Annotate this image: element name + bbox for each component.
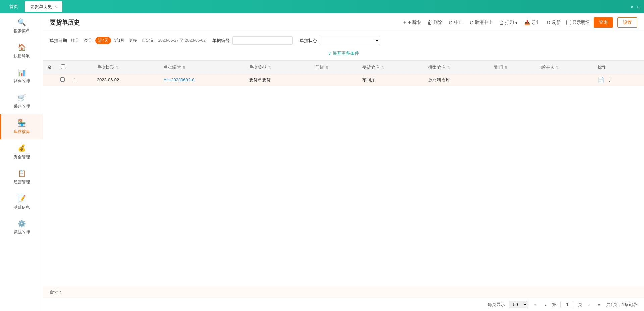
select-all-checkbox[interactable]	[61, 64, 65, 69]
col-checkbox	[56, 61, 70, 74]
row-more-button[interactable]: ⋮	[607, 77, 612, 83]
handler-sort-icon[interactable]: ⇅	[556, 65, 559, 69]
finance-icon: 💰	[18, 144, 26, 152]
sidebar-item-sales-label: 销售管理	[14, 79, 30, 84]
shortcut-yesterday[interactable]: 昨天	[70, 37, 80, 44]
expand-button[interactable]: ∨ 展开更多条件	[328, 50, 359, 56]
row-pendingwh-cell: 原材料仓库	[424, 74, 490, 86]
query-button[interactable]: 查询	[594, 17, 613, 28]
cancel-suspend-label: 取消中止	[475, 19, 492, 26]
refresh-label: 刷新	[552, 19, 561, 26]
table-area: ⚙ 单据日期 ⇅ 单据编号 ⇅	[43, 61, 644, 286]
tab-home[interactable]: 首页	[4, 1, 23, 12]
sidebar-item-basicinfo[interactable]: 📝 基础信息	[0, 190, 43, 215]
col-action: 操作	[594, 61, 644, 74]
sidebar-item-operations[interactable]: 📋 经营管理	[0, 165, 43, 190]
row-date-cell: 2023-06-02	[93, 74, 160, 86]
row-view-button[interactable]: 📄	[598, 77, 604, 83]
row-reqwh-cell: 车间库	[358, 74, 424, 86]
shortcut-1month[interactable]: 近1月	[113, 37, 126, 44]
row-checkbox[interactable]	[60, 77, 65, 82]
sidebar-item-purchase[interactable]: 🛒 采购管理	[0, 89, 43, 114]
sidebar-item-basicinfo-label: 基础信息	[14, 205, 30, 210]
shortcut-7days[interactable]: 近7天	[95, 37, 111, 44]
date-sort-icon[interactable]: ⇅	[116, 65, 119, 69]
print-label: 打印	[505, 19, 514, 26]
tab-active-label: 要货单历史	[30, 4, 52, 10]
export-label: 导出	[531, 19, 540, 26]
col-doctype: 单据类型 ⇅	[245, 61, 311, 74]
last-page-button[interactable]: »	[596, 301, 602, 308]
next-page-button[interactable]: ›	[586, 301, 592, 308]
sidebar-item-finance-label: 资金管理	[14, 154, 30, 160]
sidebar-item-search[interactable]: 🔍 搜索菜单	[0, 13, 43, 39]
first-page-button[interactable]: «	[532, 301, 538, 308]
page-title: 要货单历史	[50, 18, 80, 27]
delete-button[interactable]: 🗑 删除	[426, 19, 443, 26]
shortcut-more[interactable]: 更多	[128, 37, 139, 44]
close-tab-icon[interactable]: ×	[55, 4, 57, 9]
window-max-icon[interactable]: □	[637, 4, 640, 9]
row-store-cell	[311, 74, 358, 86]
expand-label: 展开更多条件	[333, 50, 359, 56]
setting-button[interactable]: 设置	[617, 17, 637, 28]
refresh-button[interactable]: ↺ 刷新	[545, 19, 562, 26]
status-select[interactable]	[320, 36, 380, 45]
store-sort-icon[interactable]: ⇅	[326, 65, 328, 69]
docno-sort-icon[interactable]: ⇅	[183, 65, 185, 69]
data-table: ⚙ 单据日期 ⇅ 单据编号 ⇅	[43, 61, 644, 86]
purchase-icon: 🛒	[18, 94, 26, 102]
row-docno-link[interactable]: YH-20230602-0	[164, 77, 195, 82]
sidebar-item-quicknav[interactable]: 🏠 快捷导航	[0, 39, 43, 64]
row-handler-cell	[537, 74, 594, 86]
tab-active[interactable]: 要货单历史 ×	[25, 1, 62, 12]
filter-row-2: ∨ 展开更多条件	[50, 48, 637, 56]
content-area: 要货单历史 ＋ + 新增 🗑 删除 ⊘ 中止 ⊘ 取消中止	[43, 13, 644, 311]
sidebar-item-inventory[interactable]: 🏪 库存核算	[0, 114, 43, 139]
col-docno: 单据编号 ⇅	[160, 61, 245, 74]
pendingwh-sort-icon[interactable]: ⇅	[447, 65, 450, 69]
row-action-cell: 📄 ⋮	[594, 74, 644, 86]
show-detail-checkbox[interactable]	[566, 20, 571, 25]
row-num-cell: 1	[70, 74, 93, 86]
sidebar: 🔍 搜索菜单 🏠 快捷导航 📊 销售管理 🛒 采购管理 🏪 库存核算 💰 资金管…	[0, 13, 43, 311]
export-icon: 📤	[524, 20, 530, 25]
suspend-button[interactable]: ⊘ 中止	[447, 19, 464, 26]
prev-page-button[interactable]: ‹	[543, 301, 548, 308]
row-docno-cell: YH-20230602-0	[160, 74, 245, 86]
dept-sort-icon[interactable]: ⇅	[505, 65, 507, 69]
col-handler-label: 经手人	[541, 64, 554, 70]
page-number-input[interactable]	[560, 301, 574, 308]
sidebar-item-purchase-label: 采购管理	[14, 104, 30, 109]
new-button[interactable]: ＋ + 新增	[401, 19, 422, 26]
filter-area: 单据日期 昨天 今天 近7天 近1月 更多 自定义 2023-05-27 至 2…	[43, 32, 644, 61]
refresh-icon: ↺	[547, 20, 551, 25]
sidebar-item-finance[interactable]: 💰 资金管理	[0, 139, 43, 165]
shortcut-today[interactable]: 今天	[83, 37, 93, 44]
status-label: 单据状态	[300, 38, 317, 44]
col-store: 门店 ⇅	[311, 61, 358, 74]
sales-icon: 📊	[18, 69, 26, 77]
table-row: 1 2023-06-02 YH-20230602-0 要货单要货 车间库 原材料…	[43, 74, 644, 86]
basicinfo-icon: 📝	[18, 194, 26, 203]
shortcut-custom[interactable]: 自定义	[141, 37, 155, 44]
col-settings[interactable]: ⚙	[43, 61, 56, 74]
col-date: 单据日期 ⇅	[93, 61, 160, 74]
per-page-select[interactable]: 50 100	[509, 301, 528, 308]
system-icon: ⚙️	[18, 220, 26, 228]
print-button[interactable]: 🖨 打印 ▾	[498, 19, 519, 26]
show-detail-toggle[interactable]: 显示明细	[566, 19, 590, 26]
show-detail-label: 显示明细	[572, 19, 590, 26]
cancel-suspend-button[interactable]: ⊘ 取消中止	[468, 19, 494, 26]
date-shortcuts: 昨天 今天 近7天 近1月 更多 自定义	[70, 37, 155, 44]
reqwh-sort-icon[interactable]: ⇅	[381, 65, 384, 69]
window-close-icon[interactable]: ×	[631, 4, 634, 9]
doctype-sort-icon[interactable]: ⇅	[268, 65, 271, 69]
total-records: 共1页，1条记录	[606, 302, 637, 308]
col-handler: 经手人 ⇅	[537, 61, 594, 74]
export-button[interactable]: 📤 导出	[523, 19, 541, 26]
sidebar-item-system[interactable]: ⚙️ 系统管理	[0, 215, 43, 240]
docno-input[interactable]	[232, 36, 293, 45]
suspend-icon: ⊘	[449, 20, 453, 25]
sidebar-item-sales[interactable]: 📊 销售管理	[0, 64, 43, 89]
